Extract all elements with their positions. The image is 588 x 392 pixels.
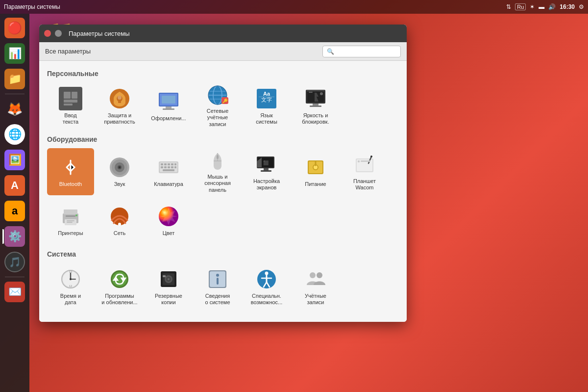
privacy-icon	[108, 87, 131, 110]
svg-point-95	[216, 274, 219, 277]
launcher-item-photos[interactable]: 🖼️	[2, 148, 27, 172]
svg-rect-2	[72, 92, 77, 99]
svg-rect-55	[264, 168, 269, 170]
settings-gear-icon[interactable]: ⚙	[579, 3, 584, 10]
search-input[interactable]	[336, 48, 396, 55]
details-icon	[206, 267, 229, 291]
icon-item-displays[interactable]: ⬛ Настройкаэкранов	[243, 148, 290, 195]
desktop: Параметры системы ⇅ Ru ✶ ▬ 🔊 16:30 ⚙ 🔴 📊…	[0, 0, 588, 392]
svg-rect-50	[174, 166, 176, 168]
topbar: Параметры системы ⇅ Ru ✶ ▬ 🔊 16:30 ⚙	[0, 0, 588, 14]
power-icon	[304, 156, 327, 179]
backup-label: Резервныекопии	[155, 293, 182, 306]
topbar-title: Параметры системы	[4, 3, 60, 10]
svg-rect-42	[164, 163, 167, 165]
svg-rect-28	[313, 104, 318, 105]
svg-rect-43	[168, 163, 170, 165]
svg-text:Aa: Aa	[263, 91, 270, 97]
updates-icon	[108, 267, 131, 291]
launcher-separator-2	[5, 277, 24, 277]
svg-text:文字: 文字	[261, 97, 272, 103]
window-close-button[interactable]	[44, 30, 51, 37]
svg-rect-96	[217, 278, 219, 285]
language-icon: Aa 文字	[255, 87, 278, 110]
color-icon	[157, 205, 180, 228]
icon-item-datetime[interactable]: 12 12 Время идата	[47, 263, 94, 310]
icon-item-accessibility[interactable]: Специальн.возможнос...	[243, 263, 290, 310]
lang-indicator[interactable]: Ru	[515, 3, 526, 10]
launcher-item-amazon[interactable]: a	[2, 199, 27, 223]
svg-text:⬛: ⬛	[263, 160, 269, 166]
search-box[interactable]: 🔍	[322, 46, 401, 57]
printer-icon	[59, 205, 82, 228]
users-icon	[304, 267, 327, 291]
svg-rect-52	[217, 155, 219, 159]
bluetooth-icon	[59, 156, 82, 179]
icon-item-mouse[interactable]: Мышь исенсорнаяпанель	[194, 148, 241, 195]
network2-label: Сеть	[114, 230, 125, 236]
svg-rect-3	[64, 100, 77, 103]
section-personal-title: Персональные	[47, 70, 399, 78]
updates-label: Программыи обновлени...	[101, 293, 137, 306]
icon-item-network2[interactable]: Сеть	[96, 197, 143, 244]
network2-icon	[108, 205, 131, 228]
icon-item-language[interactable]: Aa 文字 Языксистемы	[243, 82, 290, 130]
launcher-item-ubuntu[interactable]: 🔴	[2, 16, 27, 40]
launcher-item-email[interactable]: ✉️	[2, 280, 27, 304]
icon-item-backup[interactable]: Резервныекопии	[145, 263, 192, 310]
window-title: Параметры системы	[69, 30, 130, 37]
launcher-item-files[interactable]: 📁	[2, 67, 27, 91]
mouse-label: Мышь исенсорнаяпанель	[204, 174, 231, 193]
svg-rect-1	[64, 92, 71, 99]
color-label: Цвет	[163, 230, 175, 236]
icon-item-appearance[interactable]: Оформлени...	[145, 82, 192, 130]
svg-point-32	[320, 92, 323, 95]
svg-rect-4	[64, 104, 73, 105]
icon-item-power[interactable]: Питание	[292, 148, 339, 195]
icon-item-keyboard[interactable]: Клавиатура	[145, 148, 192, 195]
icon-item-users[interactable]: Учётныезаписи	[292, 263, 339, 310]
launcher-separator-1	[5, 94, 24, 94]
svg-rect-25	[259, 97, 274, 97]
svg-rect-11	[162, 96, 175, 104]
icon-item-printer[interactable]: Принтеры	[47, 197, 94, 244]
icon-item-updates[interactable]: Программыи обновлени...	[96, 263, 143, 310]
launcher-item-firefox[interactable]: 🦊	[2, 97, 27, 121]
privacy-label: Защита иприватность	[104, 112, 135, 125]
input-text-label: Вводтекста	[63, 112, 79, 125]
launcher: 🔴 📊 📁 🦊 🌐 🖼️	[0, 14, 29, 392]
icon-item-bluetooth[interactable]: Bluetooth	[47, 148, 94, 195]
power-label: Питание	[305, 181, 326, 187]
svg-rect-45	[174, 163, 176, 165]
breadcrumb[interactable]: Все параметры	[45, 48, 91, 55]
icon-item-input-text[interactable]: Вводтекста	[47, 82, 94, 130]
bluetooth-label: Bluetooth	[59, 181, 82, 187]
svg-point-65	[370, 156, 372, 157]
icon-item-details[interactable]: Сведенияо системе	[194, 263, 241, 310]
icon-item-network-accounts[interactable]: 🔑 Сетевыеучётныезаписи	[194, 82, 241, 130]
launcher-item-appstore[interactable]: A	[2, 173, 27, 198]
launcher-item-music[interactable]: 🎵	[2, 250, 27, 274]
svg-rect-31	[309, 92, 313, 93]
section-system-title: Система	[47, 250, 399, 258]
svg-point-82	[70, 278, 72, 280]
svg-rect-69	[64, 209, 77, 214]
launcher-item-chrome[interactable]: 🌐	[2, 122, 27, 147]
icon-item-brightness[interactable]: Яркость иблокировк.	[292, 82, 339, 130]
icon-item-color[interactable]: Цвет	[145, 197, 192, 244]
window-minimize-button[interactable]	[55, 30, 62, 37]
backup-icon	[157, 267, 180, 291]
icon-item-sound[interactable]: Звук	[96, 148, 143, 195]
launcher-item-monitor[interactable]: 📊	[2, 41, 27, 66]
svg-rect-51	[163, 169, 174, 171]
svg-text:🔑: 🔑	[222, 98, 228, 104]
svg-rect-56	[261, 170, 271, 172]
icon-item-privacy[interactable]: Защита иприватность	[96, 82, 143, 130]
clock: 16:30	[560, 3, 575, 10]
wacom-label: ПланшетWacom	[353, 178, 376, 191]
users-label: Учётныезаписи	[305, 293, 326, 306]
launcher-item-settings[interactable]: ⚙️	[2, 224, 27, 249]
displays-icon: ⬛	[255, 153, 278, 176]
topbar-right: ⇅ Ru ✶ ▬ 🔊 16:30 ⚙	[506, 3, 584, 10]
icon-item-wacom[interactable]: ПланшетWacom	[341, 148, 388, 195]
